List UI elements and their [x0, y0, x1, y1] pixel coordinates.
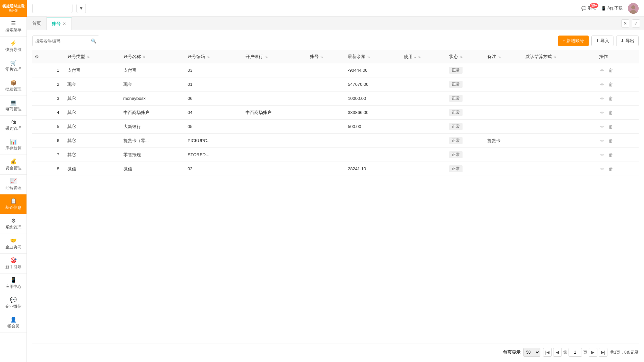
sidebar-item-finance[interactable]: 💰 资金管理 [0, 155, 26, 175]
row-type: 现金 [65, 77, 120, 92]
col-name[interactable]: 账号名称 ⇅ [121, 50, 185, 63]
sidebar-item-wholesale[interactable]: 📦 批发管理 [0, 76, 26, 96]
sidebar-item-purchase[interactable]: 🛍 采购管理 [0, 116, 26, 135]
sidebar-item-app[interactable]: 📱 应用中心 [0, 274, 26, 293]
col-account[interactable]: 账号 ⇅ [307, 50, 345, 63]
export-button[interactable]: ⬇ 导出 [616, 36, 639, 46]
col-type[interactable]: 账号类型 ⇅ [65, 50, 120, 63]
avatar[interactable] [628, 3, 639, 14]
row-type: 其它 [65, 134, 120, 148]
row-balance: -90444.00 [345, 63, 401, 77]
row-account [307, 134, 345, 148]
delete-button[interactable]: 🗑 [607, 109, 614, 116]
header-left: ▼ [32, 4, 86, 13]
edit-button[interactable]: ✏ [599, 166, 606, 172]
col-remark[interactable]: 备注 ⇅ [485, 50, 523, 63]
tab-account-close[interactable]: ✕ [63, 22, 66, 26]
row-usage [401, 77, 447, 92]
col-settings[interactable]: ⚙ [32, 50, 51, 63]
sidebar-item-search-label: 搜索菜单 [0, 27, 26, 33]
row-settings-cell [32, 162, 51, 176]
row-balance: 10000.00 [345, 92, 401, 106]
page-number-input[interactable] [569, 348, 582, 357]
sidebar-item-guide[interactable]: 🎯 新手引导 [0, 254, 26, 274]
col-bank[interactable]: 开户银行 ⇅ [243, 50, 307, 63]
sidebar-item-member[interactable]: 👤 畅会员 [0, 313, 26, 333]
row-settle [523, 134, 597, 148]
sidebar-item-collab[interactable]: 🤝 企业协同 [0, 234, 26, 254]
edit-button[interactable]: ✏ [599, 123, 606, 130]
page-prev-button[interactable]: ◀ [553, 348, 562, 357]
edit-button[interactable]: ✏ [599, 67, 606, 74]
sidebar-item-retail[interactable]: 🛒 零售管理 [0, 56, 26, 76]
row-remark [485, 63, 523, 77]
col-status[interactable]: 状态 ⇅ [446, 50, 485, 63]
row-usage [401, 106, 447, 120]
table-row: 4 其它 中百商场账户 04 中百商场账户 383866.00 正常 ✏ 🗑 [32, 106, 639, 120]
tab-home[interactable]: 首页 [27, 17, 47, 30]
page-next-button[interactable]: ▶ [589, 348, 597, 357]
sidebar-item-guide-label: 新手引导 [0, 264, 26, 270]
sidebar-item-search[interactable]: ☰ 搜索菜单 [0, 17, 26, 37]
dropdown-button[interactable]: ▼ [76, 4, 86, 13]
delete-button[interactable]: 🗑 [607, 81, 614, 88]
sidebar-item-system[interactable]: ⚙ 系统管理 [0, 214, 26, 234]
row-settings-cell [32, 63, 51, 77]
delete-button[interactable]: 🗑 [607, 166, 614, 172]
add-account-button[interactable]: + 新增账号 [558, 36, 589, 46]
finance-icon: 💰 [0, 158, 26, 165]
col-num [51, 50, 65, 63]
import-button[interactable]: ⬆ 导入 [591, 36, 614, 46]
sidebar-item-inventory[interactable]: 📊 库存核算 [0, 135, 26, 155]
main-content: ▼ 💬 消息 99+ 📱 App下载 首页 [27, 0, 644, 362]
col-usage[interactable]: 使用... ⇅ [401, 50, 447, 63]
edit-button[interactable]: ✏ [599, 95, 606, 102]
page-size-dropdown[interactable]: 50 100 [523, 348, 540, 357]
edit-button[interactable]: ✏ [599, 137, 606, 144]
row-bank [243, 148, 307, 162]
sidebar-item-basic[interactable]: 📋 基础信息 [0, 194, 26, 214]
sidebar: 畅捷通时生意 乐进版 ☰ 搜索菜单 ⚡ 快捷导航 🛒 零售管理 📦 批发管理 💻… [0, 0, 27, 362]
col-settle[interactable]: 默认结算方式 ⇅ [523, 50, 597, 63]
row-action: ✏ 🗑 [596, 134, 639, 148]
table-row: 1 支付宝 支付宝 03 -90444.00 正常 ✏ 🗑 [32, 63, 639, 77]
edit-button[interactable]: ✏ [599, 152, 606, 158]
search-input[interactable] [33, 39, 88, 43]
app-download-button[interactable]: 📱 App下载 [601, 5, 623, 11]
delete-button[interactable]: 🗑 [607, 152, 614, 158]
page-unit: 页 [583, 350, 587, 355]
delete-button[interactable]: 🗑 [607, 95, 614, 102]
sidebar-item-ecommerce[interactable]: 💻 电商管理 [0, 96, 26, 116]
sidebar-item-system-label: 系统管理 [0, 225, 26, 230]
sidebar-item-quicknav[interactable]: ⚡ 快捷导航 [0, 37, 26, 56]
tab-expand-button[interactable]: ⤢ [632, 19, 640, 27]
delete-button[interactable]: 🗑 [607, 67, 614, 74]
page-first-button[interactable]: |◀ [543, 348, 552, 357]
sidebar-item-business[interactable]: 📈 经营管理 [0, 175, 26, 194]
tab-close-all-button[interactable]: ✕ [621, 19, 629, 27]
message-button[interactable]: 💬 消息 99+ [581, 5, 596, 11]
row-remark [485, 92, 523, 106]
page-last-button[interactable]: ▶| [599, 348, 607, 357]
row-status: 正常 [446, 77, 485, 92]
edit-button[interactable]: ✏ [599, 109, 606, 116]
row-type: 其它 [65, 120, 120, 134]
delete-button[interactable]: 🗑 [607, 123, 614, 130]
tab-bar: 首页 账号 ✕ ✕ ⤢ [27, 17, 644, 30]
col-balance[interactable]: 最新余额 ⇅ [345, 50, 401, 63]
quicknav-icon: ⚡ [0, 40, 26, 46]
search-button[interactable]: 🔍 [88, 36, 99, 46]
row-bank [243, 77, 307, 92]
row-balance [345, 134, 401, 148]
row-num: 3 [51, 92, 65, 106]
sidebar-item-quicknav-label: 快捷导航 [0, 47, 26, 53]
row-code: 05 [185, 120, 243, 134]
row-account [307, 92, 345, 106]
delete-button[interactable]: 🗑 [607, 137, 614, 144]
tab-account[interactable]: 账号 ✕ [47, 17, 72, 30]
sidebar-item-wechat[interactable]: 💬 企业微信 [0, 293, 26, 313]
edit-button[interactable]: ✏ [599, 81, 606, 88]
col-code[interactable]: 账号编码 ⇅ [185, 50, 243, 63]
top-search-input[interactable] [32, 4, 72, 13]
row-usage [401, 134, 447, 148]
